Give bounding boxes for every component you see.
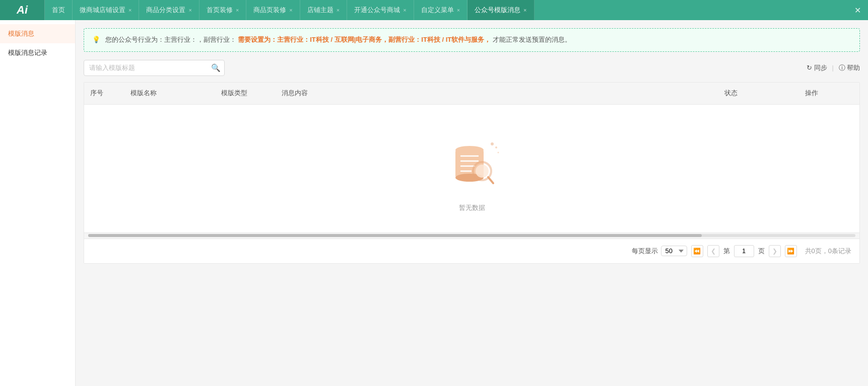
page-number-input[interactable]: [734, 245, 754, 257]
empty-state: 暂无数据: [84, 105, 859, 233]
tab-homepage-decor[interactable]: 首页装修×: [199, 0, 246, 20]
search-input[interactable]: [84, 60, 225, 76]
tab-close-category-settings[interactable]: ×: [188, 7, 191, 13]
th-name: 模版名称: [124, 89, 215, 98]
tab-close-custom-menu[interactable]: ×: [457, 7, 460, 13]
svg-point-11: [491, 142, 494, 145]
search-input-wrap: 🔍: [84, 60, 225, 76]
page-size-select: 每页显示 102050100: [632, 246, 687, 256]
sidebar-item-template-msg-records[interactable]: 模版消息记录: [0, 43, 75, 62]
notice-prefix: 您的公众号行业为：主营行业：，副营行业：: [105, 36, 236, 43]
svg-point-8: [476, 165, 489, 178]
th-action: 操作: [799, 89, 859, 98]
pagination: 每页显示 102050100 ⏪ ❮ 第 页 ❯ ⏩ 共0页，0条记录: [84, 239, 859, 263]
close-all-button[interactable]: ✕: [847, 0, 868, 20]
prev-page-button[interactable]: ❮: [707, 245, 719, 257]
notice-icon: 💡: [92, 36, 100, 43]
sidebar: 模版消息模版消息记录: [0, 20, 76, 386]
help-label: 帮助: [847, 63, 860, 72]
search-actions: ↻ 同步 | ⓘ 帮助: [807, 63, 860, 72]
first-page-button[interactable]: ⏪: [691, 245, 703, 257]
table-wrap: 序号模版名称模版类型消息内容状态操作: [84, 82, 860, 264]
th-seq: 序号: [84, 89, 124, 98]
last-page-button[interactable]: ⏩: [785, 245, 797, 257]
th-status: 状态: [718, 89, 799, 98]
th-type: 模版类型: [215, 89, 276, 98]
sync-button[interactable]: ↻ 同步: [807, 63, 827, 72]
tab-close-shop-theme[interactable]: ×: [337, 7, 340, 13]
scrollbar-track[interactable]: [88, 234, 855, 237]
notice-suffix: 才能正常发送预置的消息。: [493, 36, 571, 43]
notice-box: 💡 您的公众号行业为：主营行业：，副营行业： 需要设置为：主营行业：IT科技 /…: [84, 28, 860, 52]
tab-close-product-decor[interactable]: ×: [289, 7, 292, 13]
tab-open-mall[interactable]: 开通公众号商城×: [347, 0, 414, 20]
search-icon[interactable]: 🔍: [211, 63, 221, 72]
page-word: 第: [723, 247, 730, 256]
tab-product-decor[interactable]: 商品页装修×: [246, 0, 300, 20]
tab-close-homepage-decor[interactable]: ×: [236, 7, 239, 13]
sync-icon: ↻: [807, 64, 812, 71]
empty-text: 暂无数据: [459, 203, 485, 212]
tab-wsc-settings[interactable]: 微商城店铺设置×: [73, 0, 139, 20]
help-icon: ⓘ: [839, 63, 845, 72]
table-header: 序号模版名称模版类型消息内容状态操作: [84, 83, 859, 105]
tab-close-open-mall[interactable]: ×: [403, 7, 406, 13]
notice-highlight: 需要设置为：主营行业：IT科技 / 互联网|电子商务，副营行业：IT科技 / I…: [238, 36, 491, 43]
total-info: 共0页，0条记录: [805, 247, 851, 256]
top-nav: Ai 首页微商城店铺设置×商品分类设置×首页装修×商品页装修×店铺主题×开通公众…: [0, 0, 868, 20]
tab-template-msg[interactable]: 公众号模版消息×: [468, 0, 534, 20]
sync-label: 同步: [814, 63, 827, 72]
tab-custom-menu[interactable]: 自定义菜单×: [414, 0, 468, 20]
tab-close-template-msg[interactable]: ×: [523, 7, 526, 13]
divider: |: [832, 64, 834, 71]
scrollbar-area: [84, 233, 859, 239]
th-content: 消息内容: [276, 89, 718, 98]
help-button[interactable]: ⓘ 帮助: [839, 63, 860, 72]
svg-point-10: [495, 146, 497, 148]
svg-line-9: [488, 177, 493, 183]
main-layout: 模版消息模版消息记录 💡 您的公众号行业为：主营行业：，副营行业： 需要设置为：…: [0, 20, 868, 386]
page-size-label: 每页显示: [632, 247, 658, 256]
page-suffix: 页: [758, 247, 765, 256]
next-page-button[interactable]: ❯: [769, 245, 781, 257]
page-size-dropdown[interactable]: 102050100: [661, 246, 687, 256]
scrollbar-thumb: [88, 234, 702, 237]
logo: Ai: [0, 0, 45, 20]
content-area: 💡 您的公众号行业为：主营行业：，副营行业： 需要设置为：主营行业：IT科技 /…: [76, 20, 868, 386]
tab-category-settings[interactable]: 商品分类设置×: [139, 0, 199, 20]
svg-point-12: [497, 151, 499, 153]
tab-home[interactable]: 首页: [45, 0, 73, 20]
search-bar: 🔍 ↻ 同步 | ⓘ 帮助: [84, 60, 860, 76]
sidebar-item-template-msg[interactable]: 模版消息: [0, 24, 75, 43]
empty-illustration: [442, 135, 502, 195]
tab-close-wsc-settings[interactable]: ×: [128, 7, 131, 13]
tab-shop-theme[interactable]: 店铺主题×: [300, 0, 347, 20]
